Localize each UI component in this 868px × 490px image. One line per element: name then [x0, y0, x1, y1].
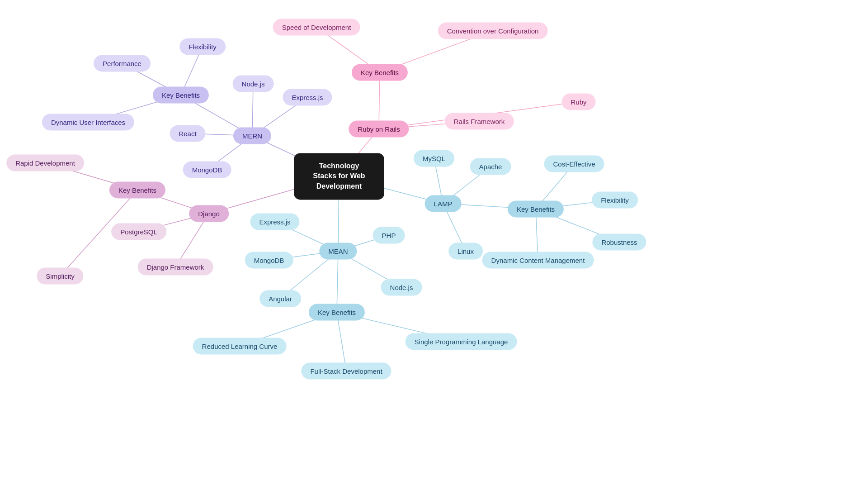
node-mean_expressjs: Express.js: [250, 214, 299, 230]
node-mean: MEAN: [319, 243, 357, 260]
node-lamp_apache: Apache: [470, 158, 511, 175]
node-mern_kb_flexibility: Flexibility: [179, 38, 226, 55]
node-django_framework: Django Framework: [138, 259, 213, 276]
node-django_keybenefits: Key Benefits: [109, 182, 165, 199]
svg-line-28: [337, 251, 338, 312]
node-center: Technology Stacks for Web Development: [294, 153, 384, 200]
node-mern_keybenefits: Key Benefits: [153, 87, 209, 104]
node-mean_php: PHP: [373, 227, 405, 244]
node-lamp_kb_costeffective: Cost-Effective: [544, 156, 604, 172]
node-mern_kb_performance: Performance: [94, 55, 151, 72]
node-lamp_linux: Linux: [448, 243, 483, 260]
node-mean_angular: Angular: [259, 290, 301, 307]
node-mean_mongodb: MongoDB: [245, 252, 293, 269]
node-lamp_kb_robustness: Robustness: [592, 234, 646, 251]
node-mern_expressjs: Express.js: [283, 89, 332, 106]
node-mean_nodejs: Node.js: [381, 279, 422, 296]
node-ror_keybenefits: Key Benefits: [352, 64, 408, 81]
node-lamp_kb_dcm: Dynamic Content Management: [482, 252, 594, 269]
node-rubyonrails: Ruby on Rails: [349, 121, 409, 138]
node-lamp_keybenefits: Key Benefits: [508, 201, 564, 218]
connections-svg: [0, 0, 868, 490]
mind-map: Technology Stacks for Web DevelopmentMER…: [0, 0, 868, 490]
node-django_postgresql: PostgreSQL: [111, 224, 166, 240]
node-ror_kb_convention: Convention over Configuration: [438, 23, 548, 39]
node-lamp: LAMP: [425, 195, 462, 212]
svg-line-30: [337, 312, 346, 371]
node-lamp_kb_flexibility: Flexibility: [592, 192, 638, 209]
node-mern_nodejs: Node.js: [233, 76, 274, 92]
node-mern_kb_dui: Dynamic User Interfaces: [42, 114, 134, 131]
node-mean_kb_fsd: Full-Stack Development: [301, 363, 391, 380]
node-mean_kb_spl: Single Programming Language: [406, 333, 517, 350]
node-mern_mongodb: MongoDB: [183, 162, 231, 178]
node-mern_react: React: [170, 125, 205, 142]
node-django: Django: [189, 205, 229, 222]
node-ror_railsfw: Rails Framework: [445, 113, 514, 130]
node-lamp_mysql: MySQL: [414, 150, 454, 167]
node-django_kb_rapid: Rapid Development: [6, 155, 84, 171]
node-mern: MERN: [233, 128, 271, 144]
node-mean_kb_rlc: Reduced Learning Curve: [193, 338, 287, 355]
node-ror_ruby: Ruby: [561, 94, 595, 110]
node-django_kb_simplicity: Simplicity: [37, 268, 83, 285]
node-mean_keybenefits: Key Benefits: [309, 304, 365, 321]
node-ror_kb_speed: Speed of Development: [273, 19, 360, 36]
